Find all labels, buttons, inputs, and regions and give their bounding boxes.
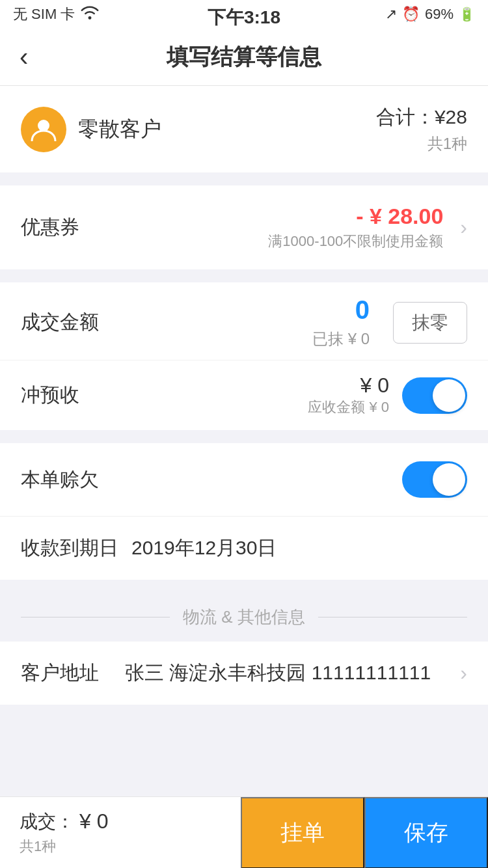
logistics-line-left (21, 617, 170, 617)
prereceive-row: 冲预收 ¥ 0 应收金额 ¥ 0 (0, 360, 488, 430)
credit-section: 本单赊欠 (0, 443, 488, 516)
prereceive-main: ¥ 0 (308, 373, 389, 398)
coupon-section: 优惠券 - ¥ 28.00 满1000-100不限制使用金额 › (0, 185, 488, 269)
status-time: 下午3:18 (208, 5, 280, 30)
hold-button[interactable]: 挂单 (241, 797, 364, 869)
amount-sub: 已抹 ¥ 0 (312, 329, 370, 349)
coupon-label: 优惠券 (21, 214, 125, 241)
prereceive-val-col: ¥ 0 应收金额 ¥ 0 (308, 373, 389, 417)
divider-1 (0, 172, 488, 185)
alarm-icon: ⏰ (402, 6, 420, 23)
user-icon (29, 115, 58, 144)
prereceive-sub: 应收金额 ¥ 0 (308, 398, 389, 417)
coupon-right: - ¥ 28.00 满1000-100不限制使用金额 › (125, 204, 467, 251)
amount-right: 0 已抹 ¥ 0 抹零 (312, 295, 467, 349)
bottom-summary-count: 共1种 (20, 837, 221, 856)
status-right: ↗ ⏰ 69% 🔋 (385, 6, 475, 23)
bottom-summary-label: 成交： (20, 809, 74, 834)
status-left: 无 SIM 卡 (13, 5, 100, 24)
duedate-label: 收款到期日 (21, 535, 118, 562)
duedate-row[interactable]: 收款到期日 2019年12月30日 (0, 516, 488, 580)
amount-val-col: 0 已抹 ¥ 0 (312, 295, 370, 349)
divider-4 (0, 580, 488, 593)
customer-left: 零散客户 (21, 107, 161, 152)
credit-label: 本单赊欠 (21, 467, 99, 493)
location-icon: ↗ (385, 6, 397, 23)
duedate-value: 2019年12月30日 (131, 535, 277, 562)
logistics-text: 物流 & 其他信息 (183, 606, 305, 629)
credit-toggle-knob (433, 463, 465, 496)
status-bar: 无 SIM 卡 下午3:18 ↗ ⏰ 69% 🔋 (0, 0, 488, 29)
customer-total-main: 合计：¥28 (376, 104, 467, 131)
customer-avatar (21, 107, 66, 152)
credit-toggle[interactable] (402, 461, 467, 498)
customer-total-sub: 共1种 (376, 133, 467, 154)
address-value: 张三 海淀永丰科技园 11111111111 (125, 660, 460, 686)
customer-row: 零散客户 合计：¥28 共1种 (0, 86, 488, 172)
carrier-text: 无 SIM 卡 (13, 5, 75, 24)
save-button[interactable]: 保存 (364, 797, 488, 869)
coupon-values: - ¥ 28.00 满1000-100不限制使用金额 (268, 204, 443, 251)
logistics-line-right (318, 617, 467, 617)
amount-value: 0 (312, 295, 370, 325)
content-area: 零散客户 合计：¥28 共1种 优惠券 - ¥ 28.00 满1000-100不… (0, 86, 488, 868)
amount-label: 成交金额 (21, 309, 125, 336)
customer-section: 零散客户 合计：¥28 共1种 (0, 86, 488, 172)
page-title: 填写结算等信息 (167, 42, 321, 72)
battery-text: 69% (425, 6, 454, 23)
coupon-value: - ¥ 28.00 (268, 204, 443, 229)
coupon-row[interactable]: 优惠券 - ¥ 28.00 满1000-100不限制使用金额 › (0, 185, 488, 269)
bottom-summary-value: ¥ 0 (79, 809, 108, 834)
nav-bar: ‹ 填写结算等信息 (0, 29, 488, 86)
amount-row: 成交金额 0 已抹 ¥ 0 抹零 (21, 295, 467, 349)
prereceive-toggle[interactable] (402, 377, 467, 414)
logistics-divider: 物流 & 其他信息 (0, 593, 488, 642)
address-chevron-icon: › (460, 661, 467, 685)
prereceive-right: ¥ 0 应收金额 ¥ 0 (308, 373, 467, 417)
divider-3 (0, 430, 488, 443)
back-button[interactable]: ‹ (20, 42, 28, 72)
customer-name: 零散客户 (78, 115, 161, 144)
bottom-summary-main: 成交： ¥ 0 (20, 809, 221, 834)
wifi-icon (80, 5, 100, 23)
battery-icon: 🔋 (459, 7, 475, 22)
address-row[interactable]: 客户地址 张三 海淀永丰科技园 11111111111 › (0, 642, 488, 705)
coupon-sub: 满1000-100不限制使用金额 (268, 232, 443, 251)
bottom-bar: 成交： ¥ 0 共1种 挂单 保存 (0, 796, 488, 868)
toggle-knob (433, 379, 465, 412)
address-label: 客户地址 (21, 660, 112, 686)
svg-point-0 (38, 120, 49, 131)
prereceive-label: 冲预收 (21, 382, 79, 409)
divider-2 (0, 269, 488, 282)
customer-total: 合计：¥28 共1种 (376, 104, 467, 154)
round-button[interactable]: 抹零 (393, 302, 467, 344)
bottom-summary: 成交： ¥ 0 共1种 (0, 809, 241, 856)
coupon-chevron-icon: › (460, 215, 467, 239)
amount-section: 成交金额 0 已抹 ¥ 0 抹零 (0, 282, 488, 360)
